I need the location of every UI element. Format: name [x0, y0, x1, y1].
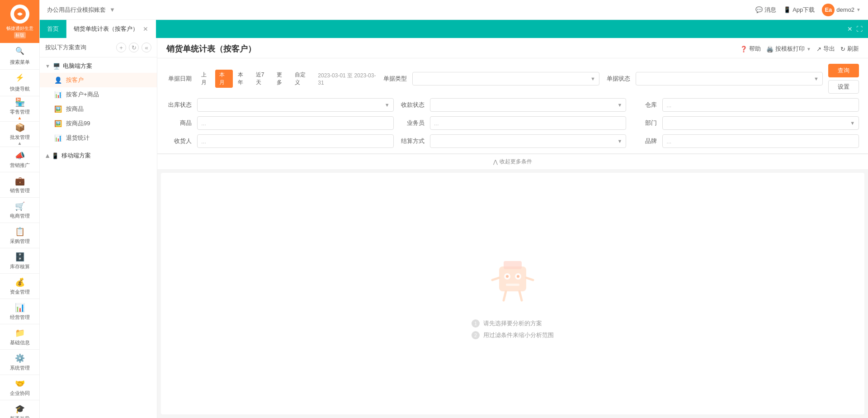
dept-select[interactable]: ▼	[662, 116, 859, 130]
staff-input[interactable]: ...	[430, 116, 627, 130]
scheme-item-by-customer-product[interactable]: 📊 按客户+商品	[40, 87, 157, 102]
sidebar: 畅捷通好生意 标版 🔍 搜索菜单 ⚡ 快捷导航 🏪 零售管理 ▲ 📦 批发管理 …	[0, 0, 40, 418]
maximize-icon[interactable]: ⛶	[856, 25, 863, 33]
template-print-label: 按模板打印	[775, 45, 805, 53]
tab-home[interactable]: 首页	[40, 20, 66, 38]
sidebar-item-wholesale[interactable]: 📦 批发管理 ▲	[0, 122, 39, 147]
messages-btn[interactable]: 💬 消息	[755, 6, 776, 14]
settle-chevron-icon: ▼	[617, 138, 622, 144]
sidebar-item-sales[interactable]: 💼 销售管理	[0, 172, 39, 198]
customer-product-icon: 📊	[54, 91, 62, 98]
tip-text-2: 用过滤条件来缩小分析范围	[483, 331, 554, 339]
scheme-item-return-stats[interactable]: 📊 退货统计	[40, 131, 157, 145]
sidebar-item-retail[interactable]: 🏪 零售管理 ▲	[0, 96, 39, 122]
product-input[interactable]: ...	[197, 116, 394, 130]
help-icon: ❓	[740, 46, 747, 52]
logo-sub: 标版	[14, 32, 26, 38]
group-arrow-icon: ▼	[45, 63, 50, 69]
date-tabs: 上月 本月 本年 近7天 更多 自定义	[197, 70, 312, 88]
tab-actions: ✕ ⛶	[842, 25, 868, 33]
warehouse-input[interactable]: ...	[662, 98, 859, 112]
date-tab-7days[interactable]: 近7天	[252, 70, 272, 88]
sidebar-item-system[interactable]: ⚙️ 系统管理	[0, 350, 39, 375]
order-status-label: 单据状态	[605, 75, 630, 83]
user-chevron-icon: ▼	[856, 7, 861, 12]
template-print-btn[interactable]: 🖨️ 按模板打印 ▼	[766, 45, 811, 53]
filter-row-4: 收货人 ... 结算方式 ▼ 品牌 ...	[166, 134, 859, 148]
logo-text: 畅捷通好生意	[6, 25, 33, 31]
mobile-folder-icon: 📱	[52, 152, 59, 159]
tab-sales-report[interactable]: 销货单统计表（按客户） ✕	[66, 20, 156, 38]
receipt-status-label: 收款状态	[399, 101, 425, 109]
sidebar-item-inventory[interactable]: 🗄️ 库存核算	[0, 248, 39, 274]
date-tab-this-month[interactable]: 本月	[215, 70, 232, 88]
empty-tips: 1 请先选择要分析的方案 2 用过滤条件来缩小分析范围	[472, 319, 554, 339]
settle-select[interactable]: ▼	[430, 134, 627, 148]
print-chevron-icon: ▼	[807, 47, 811, 52]
sidebar-item-basic[interactable]: 📁 基础信息	[0, 324, 39, 350]
refresh-btn[interactable]: ↻ 刷新	[840, 45, 859, 53]
action-area: 查询 设置	[828, 64, 859, 94]
sidebar-item-enterprise[interactable]: 🤝 企业协同	[0, 375, 39, 400]
add-scheme-btn[interactable]: +	[116, 43, 126, 52]
collapse-arrow-icon: ⋀	[493, 159, 498, 165]
sidebar-item-purchase[interactable]: 📋 采购管理	[0, 223, 39, 248]
user-avatar[interactable]: Ea demo2 ▼	[822, 4, 861, 16]
receipt-status-chevron-icon: ▼	[617, 102, 622, 108]
page-header: 销货单统计表（按客户） ❓ 帮助 🖨️ 按模板打印 ▼ ↗ 导出	[157, 38, 868, 58]
refresh-label: 刷新	[847, 45, 859, 53]
dropdown-arrow-icon[interactable]: ▼	[109, 6, 115, 13]
order-status-select[interactable]: ▼	[636, 72, 823, 86]
page-header-actions: ❓ 帮助 🖨️ 按模板打印 ▼ ↗ 导出 ↻ 刷新	[740, 45, 859, 53]
sidebar-item-marketing[interactable]: 📣 营销推广	[0, 147, 39, 172]
svg-point-5	[506, 275, 509, 278]
sidebar-purchase-label: 采购管理	[10, 238, 30, 245]
sidebar-item-newbie[interactable]: 🎓 新手引导	[0, 400, 39, 418]
sidebar-item-finance[interactable]: 💰 资金管理	[0, 274, 39, 299]
refresh-scheme-btn[interactable]: ↻	[129, 43, 139, 52]
date-tab-more[interactable]: 更多	[273, 70, 290, 88]
app-logo[interactable]: 畅捷通好生意 标版	[0, 0, 40, 43]
out-status-select[interactable]: ▼	[197, 98, 394, 112]
scheme-group-desktop-header[interactable]: ▼ 🖥️ 电脑端方案	[40, 59, 157, 73]
collapse-panel-btn[interactable]: «	[142, 43, 151, 52]
tab-close-icon[interactable]: ✕	[143, 25, 148, 33]
svg-rect-1	[499, 266, 526, 291]
sidebar-newbie-label: 新手引导	[10, 415, 30, 418]
collapse-bar[interactable]: ⋀ 收起更多条件	[157, 154, 868, 169]
dept-chevron-icon: ▼	[850, 120, 855, 126]
order-type-select[interactable]: ▼	[412, 72, 599, 86]
empty-tip-2: 2 用过滤条件来缩小分析范围	[472, 331, 554, 339]
scheme-item-by-product99[interactable]: 🖼️ 按商品99	[40, 116, 157, 131]
svg-rect-2	[504, 261, 522, 269]
sidebar-item-quick[interactable]: ⚡ 快捷导航	[0, 70, 39, 96]
scheme-return-stats-label: 退货统计	[66, 134, 90, 142]
close-window-icon[interactable]: ✕	[847, 25, 853, 33]
settings-btn[interactable]: 设置	[828, 80, 859, 94]
app-download-btn[interactable]: 📱 App下载	[783, 6, 815, 14]
scheme-item-by-product[interactable]: 🖼️ 按商品	[40, 102, 157, 116]
group-desktop-label: 电脑端方案	[63, 62, 92, 70]
out-status-label: 出库状态	[166, 101, 192, 109]
receipt-status-select[interactable]: ▼	[430, 98, 627, 112]
svg-line-10	[504, 291, 506, 300]
date-tab-custom[interactable]: 自定义	[291, 70, 312, 88]
help-btn[interactable]: ❓ 帮助	[740, 45, 761, 53]
export-btn[interactable]: ↗ 导出	[816, 45, 835, 53]
sidebar-item-ecommerce[interactable]: 🛒 电商管理	[0, 198, 39, 223]
scheme-group-mobile-header[interactable]: ▶ 📱 移动端方案	[40, 149, 157, 162]
sidebar-item-search[interactable]: 🔍 搜索菜单	[0, 43, 39, 70]
date-tab-this-year[interactable]: 本年	[234, 70, 251, 88]
date-tab-last-month[interactable]: 上月	[197, 70, 214, 88]
product-label: 商品	[166, 119, 192, 127]
query-btn[interactable]: 查询	[828, 64, 859, 77]
consignee-input[interactable]: ...	[197, 134, 394, 148]
svg-line-8	[492, 278, 499, 280]
scheme-by-customer-label: 按客户	[66, 76, 84, 84]
empty-state: 1 请先选择要分析的方案 2 用过滤条件来缩小分析范围	[161, 173, 864, 414]
sidebar-item-operation[interactable]: 📊 经营管理	[0, 299, 39, 324]
logo-icon	[10, 5, 29, 24]
return-stats-icon: 📊	[54, 134, 62, 142]
scheme-item-by-customer[interactable]: 👤 按客户	[40, 73, 157, 87]
brand-input[interactable]: ...	[662, 134, 859, 148]
